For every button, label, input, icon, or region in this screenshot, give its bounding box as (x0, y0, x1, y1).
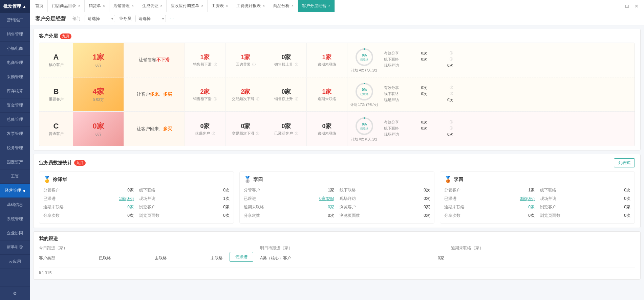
tier-c-col4[interactable]: 0家 逾期未联络 (307, 112, 347, 146)
list-view-button[interactable]: 列表式 (614, 158, 635, 167)
tab-store-products[interactable]: 门店商品目录 × (48, 0, 85, 12)
sp-link-val[interactable]: 0家(0%) (520, 196, 535, 202)
sp-link-val[interactable]: 0家 (127, 204, 134, 210)
tomorrow-label: 明日待跟进（家） (260, 245, 444, 251)
window-restore-icon[interactable]: ⊡ (624, 3, 630, 9)
tab-payroll[interactable]: 工资表 × (208, 0, 232, 12)
sp-stat-row: 分享次数 0次 (444, 212, 535, 219)
tier-c-col2[interactable]: 0家 交易频次下滑 ⓘ (226, 112, 266, 146)
tab-close-icon[interactable]: × (132, 4, 134, 8)
tier-b-count[interactable]: 4家 0.53万 (73, 77, 124, 111)
tier-a-offline-hint-icon: ⓘ (450, 57, 453, 62)
more-options-icon[interactable]: ··· (170, 16, 174, 21)
sp-label: 浏览页面数 (540, 213, 560, 218)
tier-a-col1[interactable]: 1家 销售额下滑 ⓘ (185, 43, 226, 77)
sp-label: 线下联络 (139, 187, 155, 193)
tab-close-icon[interactable]: × (328, 4, 330, 8)
sp-link-val[interactable]: 0家 (328, 204, 334, 210)
sidebar-item-invoice[interactable]: 发票管理 (0, 127, 30, 141)
tab-actions: ⊡ ✕ (621, 3, 643, 9)
tab-store-mgmt[interactable]: 店铺管理 × (109, 0, 138, 12)
tier-a-col1-label: 销售额下滑 ⓘ (193, 62, 217, 67)
tab-close-icon[interactable]: × (78, 4, 80, 8)
tier-b-progress-circle: 0% 已联络 (354, 82, 374, 102)
sidebar-item-sales[interactable]: 销售管理 (0, 27, 30, 42)
sidebar-settings[interactable]: ⚙ (0, 286, 30, 300)
sidebar-top[interactable]: 批发管理 ▲ (0, 0, 30, 13)
sidebar-item-cloud[interactable]: 云应用 (0, 255, 30, 269)
sp-link-val[interactable]: 1家(0%) (119, 196, 134, 202)
tier-c-col3[interactable]: 0家 已激活客户 ⓘ (266, 112, 307, 146)
sidebar-item-ledger[interactable]: 总账管理 (0, 113, 30, 127)
tier-b-col1[interactable]: 2家 销售额下滑 ⓘ (185, 77, 226, 111)
tier-a-col1-num: 1家 (200, 53, 210, 61)
tab-ar-adjust[interactable]: 应收应付调整单 × (167, 0, 208, 12)
dept-select[interactable]: 请选择 (85, 15, 115, 22)
tab-sales-order[interactable]: 销货单 × (85, 0, 109, 12)
sp-val: 0次 (223, 187, 230, 193)
tab-customer-tier[interactable]: 客户分层经营 × (298, 0, 335, 12)
sidebar-item-tax[interactable]: 税务管理 (0, 141, 30, 155)
staff-select[interactable]: 请选择 (135, 15, 166, 22)
sp-link-val[interactable]: 0家(0%) (319, 196, 334, 202)
tab-close-icon[interactable]: × (292, 4, 294, 8)
sidebar-item-finance[interactable]: 资金管理 (0, 98, 30, 113)
tier-b-visit-val: 0次 (447, 97, 453, 102)
tier-table: A 核心客户 1家 0万 让销售额不下滑 1家 销售额下滑 ⓘ (39, 43, 635, 146)
sidebar-item-purchase[interactable]: 采购管理 (0, 70, 30, 84)
sidebar-item-payroll[interactable]: 工资 (0, 169, 30, 184)
sp-label: 浏览客户 (340, 204, 356, 210)
tab-product-analysis[interactable]: 商品分析 × (269, 0, 298, 12)
sp-label: 分享次数 (444, 213, 460, 218)
tab-close-icon[interactable]: × (201, 4, 203, 8)
tier-a-share-val: 0次 (421, 51, 427, 56)
tab-payroll-report[interactable]: 工资统计报表 × (232, 0, 269, 12)
tier-b-col3[interactable]: 0家 销售额上升 ⓘ (266, 77, 307, 111)
sidebar-item-management[interactable]: 经营管理 ◀ (0, 184, 30, 198)
sp-stat-row: 逾期未联络 0家 (43, 204, 134, 211)
tier-a-suggest-text: 让销售额不下滑 (139, 57, 170, 63)
sp-month: 九月 (74, 160, 86, 166)
sp-stat-row: 浏览客户 0家 (540, 204, 630, 211)
sp-stat-row: 线下联络 0次 (139, 187, 230, 194)
sp-link-val[interactable]: 0家 (528, 204, 535, 210)
tier-c-visit-label: 现场拜访 (384, 132, 399, 137)
tier-b-col3-label: 销售额上升 ⓘ (274, 96, 298, 101)
main-area: 首页 门店商品目录 × 销货单 × 店铺管理 × 生成凭证 × 应收应付调整单 … (30, 0, 644, 300)
sp-name-row-3: 🥉 李四 (444, 176, 630, 183)
sidebar-item-fixed-assets[interactable]: 固定资产 (0, 155, 30, 169)
tier-a-col3[interactable]: 0家 销售额上升 ⓘ (266, 43, 307, 77)
tier-a-count[interactable]: 1家 0万 (73, 43, 124, 77)
tab-close-icon[interactable]: × (103, 4, 105, 8)
tier-c-suggest: 让客户回来、多买 (124, 112, 185, 146)
tier-b-offline-val: 0次 (421, 91, 427, 96)
tab-voucher[interactable]: 生成凭证 × (138, 0, 167, 12)
tab-close-icon[interactable]: × (160, 4, 163, 8)
sp-val: 0家 (127, 187, 134, 193)
sidebar-item-newbie[interactable]: 新手引导 (0, 240, 30, 255)
tier-b-col4[interactable]: 1家 逾期未联络 (307, 77, 347, 111)
sidebar-item-basic-info[interactable]: 基础信息 (0, 198, 30, 212)
a-tier-val: 0家 (438, 255, 444, 261)
sidebar-item-ecommerce-small[interactable]: 小畅电商 (0, 42, 30, 56)
tier-b-col2[interactable]: 2家 交易频次下滑 ⓘ (226, 77, 266, 111)
tab-close-icon[interactable]: × (263, 4, 265, 8)
sidebar-item-collab[interactable]: 企业协同 (0, 226, 30, 240)
tab-home[interactable]: 首页 (31, 0, 48, 12)
tier-a-col3-hint-icon: ⓘ (295, 63, 298, 66)
customer-tier-section: 客户分层 九月 A 核心客户 1家 0万 让销售额不下滑 (33, 29, 641, 151)
tier-a-col2[interactable]: 1家 回购异常 ⓘ (226, 43, 266, 77)
window-close-icon[interactable]: ✕ (633, 3, 640, 9)
sidebar-item-inventory[interactable]: 库存核算 (0, 84, 30, 98)
tier-a-label: A 核心客户 (39, 43, 73, 77)
tier-c-count[interactable]: 0家 0万 (73, 112, 124, 146)
sidebar-item-marketing[interactable]: 营销推广 (0, 13, 30, 27)
sp-val: 0次 (624, 213, 630, 218)
tier-a-col4[interactable]: 1家 逾期未联络 (307, 43, 347, 77)
sidebar-item-ecommerce[interactable]: 电商管理 (0, 56, 30, 70)
tab-close-icon[interactable]: × (226, 4, 228, 8)
sidebar-item-system[interactable]: 系统管理 (0, 212, 30, 226)
go-followup-button[interactable]: 去跟进 (230, 252, 253, 262)
tier-c-col1[interactable]: 0家 休眠客户 ⓘ (185, 112, 226, 146)
tier-b-col1-hint-icon: ⓘ (214, 97, 217, 101)
